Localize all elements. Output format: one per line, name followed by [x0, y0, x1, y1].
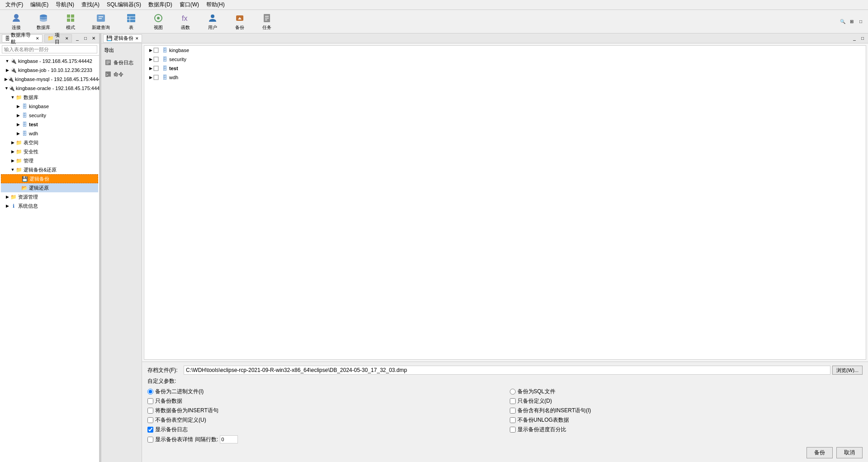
expand-arrow: ▶ [5, 67, 10, 73]
tree-item-kingbase-oracle[interactable]: ▼ 🔌 kingbase-oracle - 192.168.45.175:444… [1, 84, 98, 93]
tree-item-logical-restore[interactable]: 📂 逻辑还原 [1, 183, 98, 192]
checkbox-show-table-detail[interactable] [147, 437, 153, 443]
menu-help[interactable]: 帮助(H) [203, 0, 228, 10]
menu-find[interactable]: 查找(A) [78, 0, 103, 10]
interval-input[interactable] [220, 435, 238, 443]
tree-item-databases[interactable]: ▼ 📁 数据库 [1, 93, 98, 102]
right-options: 备份为SQL文件 只备份定义(D) 备份含有列名的INSERT语句(I) [510, 388, 863, 443]
folder-icon: 📁 [15, 139, 23, 146]
layout-icon[interactable]: ⊞ [848, 18, 855, 25]
tab-project[interactable]: 📁 项目 ✕ [44, 34, 72, 43]
tab-db-navigator[interactable]: 🗄 数据库导航 ✕ [2, 34, 43, 43]
tree-view-item-security[interactable]: ▶ 🗄 security [144, 55, 866, 64]
menu-window[interactable]: 窗口(W) [176, 0, 203, 10]
minimize-right-icon[interactable]: _ [851, 35, 858, 42]
tv-db-icon: 🗄 [162, 75, 167, 80]
expand-arrow: ▼ [10, 167, 15, 172]
option-insert-cols-label: 备份含有列名的INSERT语句(I) [517, 407, 591, 414]
tree-item-db-security[interactable]: ▶ 🗄 security [1, 111, 98, 120]
tree-label-db-wdh: wdh [29, 131, 38, 136]
menu-file[interactable]: 文件(F) [2, 0, 27, 10]
maximize-right-icon[interactable]: □ [859, 35, 866, 42]
tree-item-system-info[interactable]: ▶ ℹ 系统信息 [1, 201, 98, 210]
tree-view-item-wdh[interactable]: ▶ 🗄 wdh [144, 73, 866, 82]
checkbox-insert-cols[interactable] [510, 408, 516, 414]
tree-item-backup-restore[interactable]: ▼ 📁 逻辑备份&还原 [1, 165, 98, 174]
tree-view-item-kingbase[interactable]: ▶ 🗄 kingbase [144, 46, 866, 55]
expand-arrow: ▼ [10, 95, 15, 100]
checkbox-show-log[interactable] [147, 427, 153, 433]
tab-logical-backup-close[interactable]: ✕ [135, 36, 139, 41]
tree-item-logical-backup[interactable]: 💾 逻辑备份 [1, 174, 98, 183]
maximize-panel-icon[interactable]: □ [82, 35, 89, 42]
toolbar-new-query[interactable]: 新建查询 [85, 12, 117, 32]
expand-arrow [15, 185, 21, 191]
tree-item-db-wdh[interactable]: ▶ 🗄 wdh [1, 129, 98, 138]
export-item-cmd[interactable]: >_ 命令 [102, 68, 141, 80]
tree-item-resource-manage[interactable]: ▶ 📁 资源管理 [1, 192, 98, 201]
checkbox-data-only[interactable] [147, 398, 153, 404]
tree-item-security[interactable]: ▶ 📁 安全性 [1, 147, 98, 156]
tree-item-kingbase[interactable]: ▼ 🔌 kingbase - 192.168.45.175:44442 [1, 57, 98, 66]
browse-button[interactable]: 浏览(W)... [832, 366, 863, 375]
toolbar-user[interactable]: 用户 [200, 12, 225, 32]
checkbox-no-tablespace[interactable] [147, 417, 153, 423]
content-area: 导出 备份日志 >_ 命令 [101, 43, 868, 462]
search-input[interactable] [2, 45, 97, 53]
checkbox-insert[interactable] [147, 408, 153, 414]
menu-db[interactable]: 数据库(D) [145, 0, 176, 10]
close-panel-icon[interactable]: ✕ [90, 35, 97, 42]
tree-label-databases: 数据库 [24, 94, 38, 101]
tab-project-close[interactable]: ✕ [65, 36, 69, 41]
tv-expand-arrow: ▶ [148, 66, 153, 71]
tv-label-security: security [169, 57, 186, 62]
tree-item-db-test[interactable]: ▶ 🗄 test [1, 120, 98, 129]
toolbar-table[interactable]: 表 [119, 12, 144, 32]
menu-sql[interactable]: SQL编辑器(S) [103, 0, 145, 10]
file-input[interactable] [184, 366, 830, 375]
toolbar-view[interactable]: 视图 [146, 12, 171, 32]
query-icon [95, 13, 106, 24]
option-no-unlog: 不备份UNLOG表数据 [510, 416, 863, 424]
radio-binary[interactable] [147, 389, 153, 395]
toolbar-database[interactable]: 数据库 [31, 12, 56, 32]
cancel-button[interactable]: 取消 [836, 447, 863, 458]
toolbar-task[interactable]: 任务 [254, 12, 280, 32]
file-label: 存档文件(F): [147, 367, 184, 374]
main-area: 🗄 数据库导航 ✕ 📁 项目 ✕ _ □ ✕ ▼ 🔌 king [0, 33, 868, 462]
toolbar-function[interactable]: fx 函数 [173, 12, 198, 32]
radio-sql[interactable] [510, 389, 516, 395]
view-icon [153, 13, 164, 24]
tree-item-tablespace[interactable]: ▶ 📁 表空间 [1, 138, 98, 147]
menu-nav[interactable]: 导航(N) [52, 0, 78, 10]
tab-logical-backup[interactable]: 💾 逻辑备份 ✕ [103, 34, 142, 43]
database-icon: 🗄 [21, 121, 28, 128]
tree-item-db-kingbase[interactable]: ▶ 🗄 kingbase [1, 102, 98, 111]
toolbar-function-label: 函数 [181, 24, 190, 31]
checkbox-no-unlog[interactable] [510, 417, 516, 423]
tree-item-kingbase-job[interactable]: ▶ 🔌 kingbase-job - 10.10.12.236:2233 [1, 66, 98, 75]
toolbar-backup[interactable]: 备份 [227, 12, 252, 32]
toolbar-schema[interactable]: 模式 [58, 12, 83, 32]
tree-view-item-test[interactable]: ▶ 🗄 test [144, 64, 866, 73]
checkbox-def-only[interactable] [510, 398, 516, 404]
tree-item-manage[interactable]: ▶ 📁 管理 [1, 156, 98, 165]
tree-label-kingbase-oracle: kingbase-oracle - 192.168.45.175:44444 [16, 86, 99, 91]
option-sql: 备份为SQL文件 [510, 388, 863, 395]
svg-rect-2 [67, 14, 70, 18]
tab-db-navigator-close[interactable]: ✕ [36, 36, 39, 41]
tree-item-kingbase-mysql[interactable]: ▶ 🔌 kingbase-mysql - 192.168.45.175:4444… [1, 75, 98, 84]
connection-icon: 🔌 [10, 67, 17, 74]
expand-arrow [16, 176, 21, 181]
minimize-panel-icon[interactable]: _ [74, 35, 81, 42]
maximize-icon[interactable]: □ [857, 18, 864, 25]
option-no-tablespace-label: 不备份表空间定义(U) [155, 416, 206, 424]
checkbox-show-progress[interactable] [510, 427, 516, 433]
toolbar-table-label: 表 [129, 24, 133, 31]
backup-button[interactable]: 备份 [806, 447, 833, 458]
menu-edit[interactable]: 编辑(E) [27, 0, 52, 10]
search-toolbar-icon[interactable]: 🔍 [839, 18, 846, 25]
toolbar-connect[interactable]: 连接 [4, 12, 29, 32]
export-item-log[interactable]: 备份日志 [102, 57, 141, 68]
tree-label-kingbase-mysql: kingbase-mysql - 192.168.45.175:44443 [15, 76, 99, 82]
